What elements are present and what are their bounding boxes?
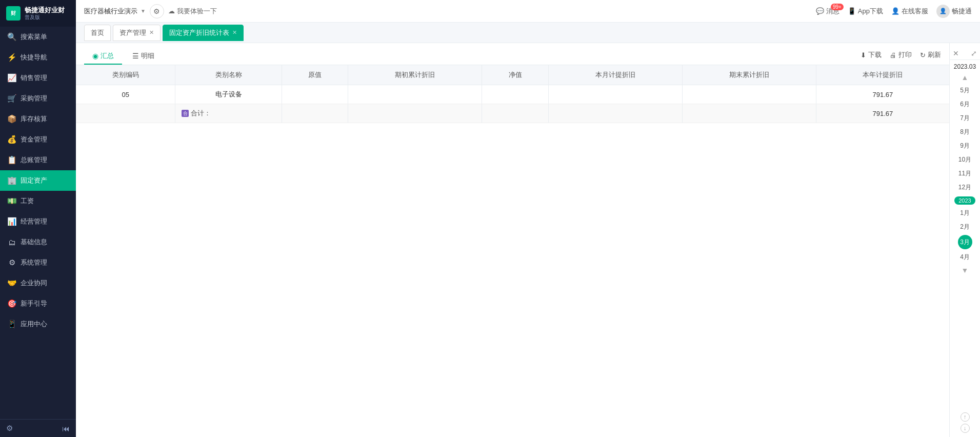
app-download-button[interactable]: 📱 App下载 [848,7,883,16]
col-yearly-dep: 本年计提折旧 [816,65,949,85]
year-tag-2023[interactable]: 2023 [954,196,975,205]
tab-depreciation-report[interactable]: 固定资产折旧统计表 ✕ [163,25,244,41]
purchase-icon: 🛒 [7,94,16,103]
month-item-7[interactable]: 7月 [950,111,980,125]
month-item-1[interactable]: 1月 [950,206,980,220]
refresh-icon: ↻ [920,51,926,59]
cell-total-label: 合 合计： [175,104,282,123]
sidebar-item-fixed-assets[interactable]: 🏢 固定资产 [0,170,76,191]
download-icon: ⬇ [861,51,866,59]
lightning-icon: ⚡ [7,53,16,62]
sidebar-item-label: 应用中心 [21,320,47,329]
month-item-4[interactable]: 4月 [950,250,980,264]
sidebar-item-search[interactable]: 🔍 搜索菜单 [0,27,76,47]
sidebar-item-apps[interactable]: 📱 应用中心 [0,314,76,334]
collab-icon: 🤝 [7,279,16,288]
sidebar-item-label: 固定资产 [21,176,47,185]
cell-yearly-dep: 791.67 [816,85,949,104]
panel-expand-button[interactable]: ⤢ [971,49,977,57]
panel-close-button[interactable]: ✕ [953,49,959,57]
cell-total-code [76,104,175,123]
settings-gear-icon[interactable]: ⚙ [6,424,13,433]
sidebar-item-ledger[interactable]: 📋 总账管理 [0,150,76,170]
table-row: 05 电子设备 791.67 [76,85,949,104]
message-button[interactable]: 💬 消息 99+ [816,7,839,16]
sub-tab-detail[interactable]: ☰ 明细 [124,48,163,65]
sidebar-item-quicknav[interactable]: ⚡ 快捷导航 [0,47,76,68]
service-label: 在线客服 [902,7,928,16]
sidebar-item-inventory[interactable]: 📦 库存核算 [0,109,76,129]
sidebar-item-guide[interactable]: 🎯 新手引导 [0,293,76,314]
cell-code: 05 [76,85,175,104]
tab-depreciation-close-icon[interactable]: ✕ [232,29,237,36]
summary-icon: ◉ [92,52,98,60]
sidebar-item-basic-info[interactable]: 🗂 基础信息 [0,232,76,252]
sidebar-item-operations[interactable]: 📊 经营管理 [0,211,76,232]
sidebar-item-sales[interactable]: 📈 销售管理 [0,68,76,88]
date-panel: ✕ ⤢ 2023.03 ▲ 5月 6月 7月 8月 9月 10月 11月 12月… [949,43,980,437]
panel-down-circle-button[interactable]: ↓ [961,424,970,433]
sidebar-nav: 🔍 搜索菜单 ⚡ 快捷导航 📈 销售管理 🛒 采购管理 📦 库存核算 💰 资金管… [0,27,76,419]
tab-home[interactable]: 首页 [84,25,111,41]
panel-up-circle-button[interactable]: ↑ [961,412,970,422]
sidebar-item-label: 库存核算 [21,114,47,124]
sidebar-item-payroll[interactable]: 💵 工资 [0,191,76,211]
sidebar-item-system[interactable]: ⚙ 系统管理 [0,252,76,273]
header-right: 💬 消息 99+ 📱 App下载 👤 在线客服 👤 畅捷通 [816,5,972,18]
col-original: 原值 [282,65,348,85]
col-initial-dep: 期初累计折旧 [348,65,482,85]
tab-asset-management[interactable]: 资产管理 ✕ [113,25,161,41]
col-ending-dep: 期末累计折旧 [682,65,816,85]
scroll-up-button[interactable]: ▲ [959,71,971,84]
sidebar-item-collab[interactable]: 🤝 企业协同 [0,273,76,293]
month-item-11[interactable]: 11月 [950,167,980,181]
table-row-total: 合 合计： 791.67 [76,104,949,123]
main-content: 医疗器械行业演示 ▼ ⚙ ☁ 我要体验一下 💬 消息 99+ 📱 App下载 👤… [76,0,980,437]
tab-depreciation-label: 固定资产折旧统计表 [169,28,229,37]
month-item-5[interactable]: 5月 [950,84,980,97]
company-selector[interactable]: 医疗器械行业演示 ▼ [84,7,146,16]
cell-total-ending-dep [682,104,816,123]
download-button[interactable]: ⬇ 下载 [861,50,882,59]
sidebar-item-purchase[interactable]: 🛒 采购管理 [0,88,76,109]
cell-ending-dep [682,85,816,104]
app-logo: 财 畅捷通好业财 普及版 [0,0,76,27]
logo-sub: 普及版 [25,14,65,21]
sub-tab-summary[interactable]: ◉ 汇总 [84,48,122,65]
cell-name: 电子设备 [175,85,282,104]
scroll-down-button[interactable]: ▼ [959,264,971,276]
app-download-label: App下载 [858,7,883,16]
month-item-6[interactable]: 6月 [950,97,980,111]
depreciation-table-container: 类别编码 类别名称 原值 期初累计折旧 净值 本月计提折旧 期末累计折旧 本年计… [76,65,949,437]
user-profile-button[interactable]: 👤 畅捷通 [936,5,972,18]
sidebar-footer: ⚙ ⏮ [0,419,76,437]
online-service-button[interactable]: 👤 在线客服 [891,7,928,16]
month-item-8[interactable]: 8月 [950,125,980,139]
experience-button[interactable]: ☁ 我要体验一下 [168,7,217,16]
sidebar-item-finance[interactable]: 💰 资金管理 [0,129,76,150]
sidebar-item-label: 工资 [21,196,34,206]
col-name: 类别名称 [175,65,282,85]
tab-asset-close-icon[interactable]: ✕ [149,29,154,36]
experience-label: 我要体验一下 [177,7,217,16]
cell-total-net-value [482,104,548,123]
print-button[interactable]: 🖨 打印 [890,50,912,59]
month-item-2[interactable]: 2月 [950,220,980,234]
tabs-bar: 首页 资产管理 ✕ 固定资产折旧统计表 ✕ [76,23,980,43]
depreciation-table: 类别编码 类别名称 原值 期初累计折旧 净值 本月计提折旧 期末累计折旧 本年计… [76,65,949,123]
cell-total-monthly-dep [548,104,682,123]
message-icon: 💬 [816,7,824,15]
print-label: 打印 [898,50,912,59]
company-settings-button[interactable]: ⚙ [150,4,164,18]
cell-total-original [282,104,348,123]
refresh-button[interactable]: ↻ 刷新 [920,50,941,59]
month-item-10[interactable]: 10月 [950,153,980,167]
sidebar-item-label: 总账管理 [21,155,47,165]
month-item-9[interactable]: 9月 [950,139,980,153]
month-item-3-current[interactable]: 3月 [958,235,972,249]
collapse-sidebar-icon[interactable]: ⏮ [62,424,70,433]
detail-icon: ☰ [132,52,139,60]
cell-initial-dep [348,85,482,104]
message-badge: 99+ [831,4,844,10]
month-item-12[interactable]: 12月 [950,181,980,194]
